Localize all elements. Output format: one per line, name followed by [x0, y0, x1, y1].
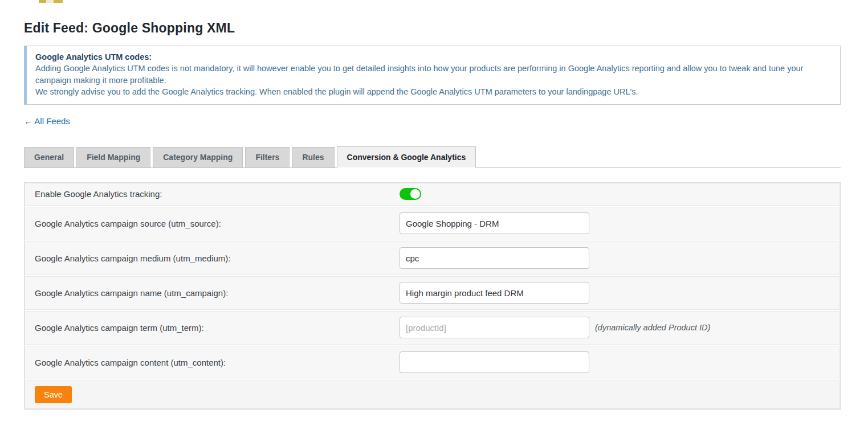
utm-content-input[interactable] — [400, 351, 589, 373]
tab-category-mapping[interactable]: Category Mapping — [153, 147, 243, 168]
row-control — [400, 188, 421, 200]
form-row: Google Analytics campaign source (utm_so… — [25, 207, 840, 240]
page-title: Edit Feed: Google Shopping XML — [24, 21, 841, 36]
tab-general[interactable]: General — [24, 147, 74, 168]
row-control: (dynamically added Product ID) — [400, 317, 710, 338]
enable-google-analytics-tracking-toggle-label: Enable Google Analytics tracking: — [25, 189, 400, 199]
field-note: (dynamically added Product ID) — [595, 323, 710, 332]
tab-rules[interactable]: Rules — [292, 147, 334, 168]
tab-bar: GeneralField MappingCategory MappingFilt… — [24, 146, 841, 168]
form-row: Enable Google Analytics tracking: — [25, 183, 840, 206]
utm-content-input-label: Google Analytics campaign content (utm_c… — [25, 358, 400, 367]
notice-line-1: Adding Google Analytics UTM codes is not… — [35, 63, 830, 86]
form-row: Google Analytics campaign content (utm_c… — [25, 346, 840, 379]
utm-source-input[interactable] — [400, 212, 589, 234]
tab-conversion-google-analytics[interactable]: Conversion & Google Analytics — [337, 146, 476, 168]
row-control — [400, 212, 589, 234]
save-button[interactable]: Save — [35, 386, 72, 403]
save-row: Save — [25, 380, 840, 409]
notice-line-2: We strongly advise you to add the Google… — [35, 86, 830, 98]
row-control — [400, 351, 589, 373]
form-row: Google Analytics campaign medium (utm_me… — [25, 241, 840, 275]
toggle-knob — [410, 189, 420, 199]
utm-medium-input-label: Google Analytics campaign medium (utm_me… — [25, 253, 400, 263]
enable-google-analytics-tracking-toggle[interactable] — [400, 188, 421, 200]
form-row: Google Analytics campaign name (utm_camp… — [25, 276, 840, 310]
settings-panel: Enable Google Analytics tracking:Google … — [24, 182, 841, 410]
row-control — [400, 282, 589, 304]
tab-filters[interactable]: Filters — [245, 147, 290, 168]
utm-campaign-input[interactable] — [400, 282, 589, 304]
utm-term-input[interactable] — [400, 317, 589, 338]
form-row: Google Analytics campaign term (utm_term… — [25, 311, 840, 345]
row-control — [400, 247, 589, 269]
utm-campaign-input-label: Google Analytics campaign name (utm_camp… — [25, 288, 400, 298]
notice-heading: Google Analytics UTM codes: — [35, 51, 830, 63]
utm-term-input-label: Google Analytics campaign term (utm_term… — [25, 323, 400, 333]
all-feeds-back-link[interactable]: ← All Feeds — [24, 116, 70, 126]
main-content: Edit Feed: Google Shopping XML Google An… — [24, 0, 841, 410]
utm-source-input-label: Google Analytics campaign source (utm_so… — [25, 219, 400, 228]
tab-field-mapping[interactable]: Field Mapping — [76, 147, 150, 168]
ga-utm-notice: Google Analytics UTM codes: Adding Googl… — [24, 46, 841, 105]
utm-medium-input[interactable] — [400, 247, 589, 269]
